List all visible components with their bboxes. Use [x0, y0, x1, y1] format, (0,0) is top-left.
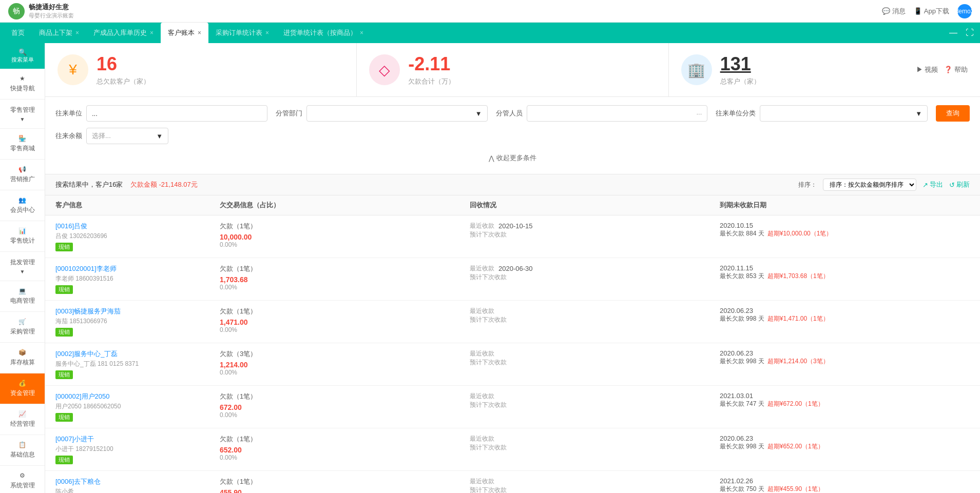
tab-maximize-btn[interactable]: ⛶: [964, 26, 976, 40]
balance-select[interactable]: 选择... ▼: [86, 128, 168, 144]
tab-close-5[interactable]: ×: [360, 29, 363, 36]
recovery-cell: 最近收款 预计下次收款: [470, 435, 720, 452]
chevron-down-icon-2: ▼: [20, 269, 25, 274]
member-icon: 👥: [18, 196, 26, 204]
sidebar-item-wholesale-mgmt[interactable]: 批发管理 ▼: [0, 252, 45, 281]
sidebar-item-operations[interactable]: 📈 经营管理: [0, 404, 45, 435]
data-table: 客户信息 欠交易信息（占比） 回收情况 到期未收款日期 [0016]吕俊 吕俊 …: [45, 195, 980, 493]
help-btn[interactable]: ❓ 帮助: [944, 65, 968, 74]
chevron-balance-icon: ▼: [156, 132, 163, 140]
result-text: 搜索结果中，客户16家 欠款金额 -21,148.07元: [55, 180, 198, 189]
tab-close-1[interactable]: ×: [75, 29, 79, 36]
customer-name[interactable]: [0003]畅捷服务尹海茄: [55, 307, 220, 316]
export-btn[interactable]: ↗ 导出: [923, 180, 943, 189]
source-unit-label: 往来单位: [55, 109, 82, 118]
sidebar-item-marketing[interactable]: 📢 营销推广: [0, 160, 45, 190]
store-icon: 🏪: [18, 135, 26, 142]
tab-1[interactable]: 商品上下架 ×: [32, 23, 86, 43]
customer-tag: 现销: [55, 370, 73, 379]
customer-phone: 小进干 18279152100: [55, 445, 220, 453]
tab-close-4[interactable]: ×: [265, 29, 269, 36]
sidebar-search[interactable]: 🔍 搜索菜单: [0, 43, 45, 69]
sidebar-item-retail-mgmt[interactable]: 零售管理 ▼: [0, 100, 45, 129]
filter-area: 往来单位 ... 分管部门 ▼ 分管人员: [45, 97, 980, 174]
stat-number-2: -2.11: [408, 53, 656, 75]
tab-minimize-btn[interactable]: —: [947, 26, 959, 40]
main-scroll[interactable]: ¥ 16 总欠款客户（家） ◇ -2.11 欠款合计（万） 🏢: [45, 43, 980, 493]
tab-3-active[interactable]: 客户账本 ×: [161, 23, 208, 43]
customer-phone: 吕俊 13026203696: [55, 232, 220, 241]
export-icon: ↗: [923, 181, 928, 189]
customer-name[interactable]: [0006]去下粮仓: [55, 477, 220, 486]
due-cell: 2020.06.23 最长欠款 998 天 超期¥1,214.00（3笔）: [720, 349, 970, 366]
stat-info-2: -2.11 欠款合计（万）: [408, 53, 656, 86]
manager-dots: ···: [696, 110, 702, 117]
customer-phone: 李老师 18600391516: [55, 274, 220, 283]
video-icon: ▶: [916, 66, 923, 73]
tab-5[interactable]: 进货单统计表（按商品） ×: [276, 23, 371, 43]
tab-close-2[interactable]: ×: [150, 29, 153, 36]
table-row: [0007]小进干 小进干 18279152100 现销 欠款（1笔） 652.…: [45, 428, 980, 471]
sidebar-item-inventory[interactable]: 📦 库存核算: [0, 343, 45, 373]
sidebar-item-member-center[interactable]: 👥 会员中心: [0, 190, 45, 221]
sort-label: 排序：: [798, 181, 817, 189]
debt-cell: 欠款（1笔） 10,000.00 0.00%: [220, 222, 470, 248]
stat-icon-1: ¥: [57, 54, 88, 85]
dept-select[interactable]: ▼: [306, 105, 488, 122]
source-unit-input[interactable]: ...: [86, 105, 267, 122]
logo-icon: 畅: [8, 3, 25, 19]
tab-2[interactable]: 产成品入库单历史 ×: [86, 23, 161, 43]
customer-name[interactable]: [0002]服务中心_丁磊: [55, 349, 220, 359]
sort-select[interactable]: 排序：按欠款金额倒序排序: [823, 179, 916, 191]
filter-manager: 分管人员 ···: [496, 105, 708, 122]
refresh-btn[interactable]: ↺ 刷新: [949, 180, 970, 189]
table-row: [0006]去下粮仓 陈小希 现销 欠款（1笔） 455.90 0.00% 最近…: [45, 471, 980, 493]
stat-info-3: 131 总客户（家）: [720, 53, 908, 86]
filter-row-2: 往来余额 选择... ▼: [55, 128, 970, 144]
search-button[interactable]: 查询: [936, 105, 970, 122]
finance-icon: 💰: [18, 380, 26, 387]
sidebar-item-basic-info[interactable]: 📋 基础信息: [0, 435, 45, 466]
sidebar-item-quick-nav[interactable]: ★ 快捷导航: [0, 69, 45, 100]
customer-phone: 服务中心_丁磊 181 0125 8371: [55, 360, 220, 368]
sidebar-item-retail-stats[interactable]: 📊 零售统计: [0, 221, 45, 252]
result-bar: 搜索结果中，客户16家 欠款金额 -21,148.07元 排序： 排序：按欠款金…: [45, 174, 980, 195]
customer-name[interactable]: [0016]吕俊: [55, 222, 220, 231]
sidebar-item-ecommerce[interactable]: 💻 电商管理: [0, 281, 45, 312]
help-icon: ❓: [944, 66, 952, 73]
avatar[interactable]: demo2: [957, 4, 972, 18]
customer-phone: 海茄 18513066976: [55, 317, 220, 326]
customer-name[interactable]: [000002]用户2050: [55, 392, 220, 401]
tab-home[interactable]: 首页: [4, 23, 32, 43]
tab-bar-right: — ⛶: [947, 26, 976, 40]
customer-cell: [0003]畅捷服务尹海茄 海茄 18513066976 现销: [55, 307, 220, 337]
tab-bar: 首页 商品上下架 × 产成品入库单历史 × 客户账本 × 采购订单统计表 × 进…: [0, 23, 980, 43]
system-icon: ⚙: [20, 472, 25, 479]
tab-4[interactable]: 采购订单统计表 ×: [208, 23, 276, 43]
message-btn[interactable]: 💬 消息: [882, 7, 906, 16]
dept-label: 分管部门: [276, 109, 302, 118]
manager-input[interactable]: ···: [527, 105, 708, 122]
sidebar-item-system-mgmt[interactable]: ⚙ 系统管理: [0, 466, 45, 493]
source-unit-dots: ...: [92, 110, 98, 117]
col-header-due: 到期未收款日期: [720, 201, 970, 210]
filter-unit-category: 往来单位分类 ▼: [716, 105, 928, 122]
unit-category-select[interactable]: ▼: [760, 105, 928, 122]
collapse-btn[interactable]: ⋀ 收起更多条件: [55, 150, 970, 166]
view-video-btn[interactable]: ▶ 视频: [916, 65, 938, 74]
col-header-recovery: 回收情况: [470, 201, 720, 210]
table-row: [0016]吕俊 吕俊 13026203696 现销 欠款（1笔） 10,000…: [45, 215, 980, 258]
due-cell: 2020.06.23 最长欠款 998 天 超期¥1,471.00（1笔）: [720, 307, 970, 323]
customer-name[interactable]: [0001020001]李老师: [55, 264, 220, 273]
marketing-icon: 📢: [18, 166, 26, 173]
customer-phone: 陈小希: [55, 487, 220, 493]
sidebar-item-retail-store[interactable]: 🏪 零售商城: [0, 129, 45, 160]
sidebar-item-finance[interactable]: 💰 资金管理: [0, 373, 45, 404]
top-right: 💬 消息 📱 App下载 demo2: [882, 4, 972, 18]
app-download-btn[interactable]: 📱 App下载: [914, 7, 949, 16]
customer-name[interactable]: [0007]小进干: [55, 435, 220, 444]
sidebar-item-purchase-mgmt[interactable]: 🛒 采购管理: [0, 312, 45, 343]
refresh-icon: ↺: [949, 181, 955, 189]
stat-top-right: ▶ 视频 ❓ 帮助: [916, 65, 968, 74]
tab-close-3[interactable]: ×: [198, 29, 201, 36]
